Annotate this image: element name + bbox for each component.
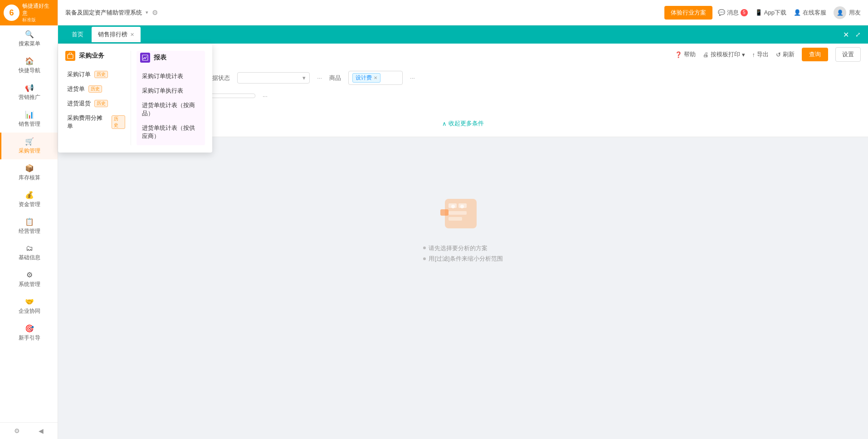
status-input[interactable]: ▾ xyxy=(237,72,310,84)
dropdown-item-incoming-stat-supplier[interactable]: 进货单统计表（按供应商） xyxy=(140,121,202,143)
dropdown-item-incoming-stat-goods[interactable]: 进货单统计表（按商品） xyxy=(140,98,202,121)
sidebar-item-sales[interactable]: 📊 销售管理 xyxy=(0,106,58,133)
print-button[interactable]: 🖨 按模板打印 ▾ xyxy=(703,50,745,59)
sidebar-item-purchase[interactable]: 🛒 采购管理 xyxy=(0,133,58,159)
purchase-section-icon xyxy=(65,51,75,61)
purchase-section-header: 采购业务 xyxy=(65,51,127,63)
order-exec-label: 采购订单执行表 xyxy=(142,87,183,95)
sidebar-item-quicknav[interactable]: 🏠 快捷导航 xyxy=(0,52,58,79)
settings-footer-button[interactable]: ⚙ xyxy=(14,427,20,434)
sidebar-item-operation[interactable]: 📋 经营管理 xyxy=(0,213,58,240)
sidebar-item-enterprise[interactable]: 🤝 企业协同 xyxy=(0,293,58,320)
goods-input[interactable]: 设计费 ✕ xyxy=(348,71,403,85)
incoming-label: 进货单 xyxy=(67,85,85,93)
refresh-button[interactable]: ↺ 刷新 xyxy=(776,50,795,59)
export-button[interactable]: ↑ 导出 xyxy=(752,50,769,59)
dropdown-col-divider xyxy=(131,51,131,145)
sidebar-item-label: 新手引导 xyxy=(19,334,40,342)
logo: 6 畅捷通好生意 标准版 xyxy=(0,0,58,25)
message-badge: 5 xyxy=(741,9,748,16)
service-action[interactable]: 👤 在线客服 xyxy=(794,9,826,17)
empty-illustration xyxy=(436,192,490,237)
tabbar-close-button[interactable]: ✕ xyxy=(843,30,849,39)
dropdown-item-order-exec[interactable]: 采购订单执行表 xyxy=(140,84,202,98)
dropdown-item-expense[interactable]: 采购费用分摊单 历史 xyxy=(65,111,127,133)
dropdown-item-return[interactable]: 进货退货 历史 xyxy=(65,96,127,111)
empty-text: 请先选择要分析的方案 用[过滤]条件来缩小分析范围 xyxy=(423,243,502,264)
sidebar-footer: ⚙ ◀ xyxy=(0,422,58,439)
settings-button[interactable]: 设置 xyxy=(835,47,861,62)
order-stat-label: 采购订单统计表 xyxy=(142,72,183,80)
sidebar-item-system[interactable]: ⚙ 系统管理 xyxy=(0,266,58,293)
tab-close-icon[interactable]: ✕ xyxy=(130,32,134,38)
query-button[interactable]: 查询 xyxy=(802,48,828,61)
purchase-dropdown-menu: 采购业务 采购订单 历史 进货单 历史 进货退货 历史 采购费用分摊单 历史 xyxy=(58,44,212,153)
sidebar-item-label: 基础信息 xyxy=(19,254,40,261)
app-label: App下载 xyxy=(764,9,786,17)
expense-label: 采购费用分摊单 xyxy=(67,114,108,130)
refresh-icon: ↺ xyxy=(776,51,781,58)
sidebar-item-guide[interactable]: 🎯 新手引导 xyxy=(0,320,58,346)
report-section-header: 报表 xyxy=(140,53,202,64)
service-label: 在线客服 xyxy=(803,9,826,17)
topbar-title-area: 装备及固定资产辅助管理系统 ▾ ⚙ xyxy=(65,9,659,17)
sidebar-item-label: 系统管理 xyxy=(19,281,40,288)
sidebar-item-basic[interactable]: 🗂 基础信息 xyxy=(0,240,58,266)
dropdown-item-purchase-order[interactable]: 采购订单 历史 xyxy=(65,67,127,82)
status-more-icon[interactable]: ··· xyxy=(317,74,322,81)
topbar-gear-icon[interactable]: ⚙ xyxy=(152,9,158,17)
dropdown-item-incoming[interactable]: 进货单 历史 xyxy=(65,82,127,96)
svg-rect-5 xyxy=(449,217,462,221)
svg-rect-4 xyxy=(449,211,467,215)
svg-rect-1 xyxy=(440,209,449,216)
goods-more-icon[interactable]: ··· xyxy=(410,74,415,81)
enterprise-icon: 🤝 xyxy=(25,297,34,306)
sidebar-item-inventory[interactable]: 📦 库存核算 xyxy=(0,159,58,186)
purchase-icon: 🛒 xyxy=(25,137,34,146)
salesman-more-icon[interactable]: ··· xyxy=(263,93,268,99)
help-button[interactable]: ❓ 帮助 xyxy=(675,50,696,59)
user-action[interactable]: 👤 用友 xyxy=(834,6,861,19)
topbar: 装备及固定资产辅助管理系统 ▾ ⚙ 体验行业方案 💬 消息 5 📱 App下载 … xyxy=(58,0,868,25)
collapse-button[interactable]: ∧ 收起更多条件 xyxy=(442,119,484,128)
tab-sales-rank[interactable]: 销售排行榜 ✕ xyxy=(92,27,141,42)
status-chevron-icon: ▾ xyxy=(302,74,306,81)
tab-home[interactable]: 首页 xyxy=(65,27,90,42)
guide-icon: 🎯 xyxy=(25,324,34,333)
sidebar-item-label: 搜索菜单 xyxy=(19,40,40,48)
dropdown-purchase-col: 采购业务 采购订单 历史 进货单 历史 进货退货 历史 采购费用分摊单 历史 xyxy=(65,51,127,145)
goods-tag-close[interactable]: ✕ xyxy=(374,75,377,80)
app-action[interactable]: 📱 App下载 xyxy=(755,9,786,17)
message-action[interactable]: 💬 消息 5 xyxy=(718,9,748,17)
collapse-arrow-icon: ∧ xyxy=(442,120,447,127)
sidebar-item-label: 销售管理 xyxy=(19,120,40,128)
industry-button[interactable]: 体验行业方案 xyxy=(664,6,712,20)
basic-icon: 🗂 xyxy=(26,244,33,252)
logo-sub: 标准版 xyxy=(22,17,54,23)
tab-home-label: 首页 xyxy=(72,30,83,39)
phone-icon: 📱 xyxy=(755,9,762,16)
goods-tag: 设计费 ✕ xyxy=(352,73,380,83)
tabbar-expand-button[interactable]: ⤢ xyxy=(855,31,861,38)
topbar-actions: 💬 消息 5 📱 App下载 👤 在线客服 👤 用友 xyxy=(718,6,861,19)
help-icon: ❓ xyxy=(675,51,682,58)
sidebar-item-finance[interactable]: 💰 资金管理 xyxy=(0,186,58,213)
sidebar-item-search[interactable]: 🔍 搜索菜单 xyxy=(0,25,58,52)
user-label: 用友 xyxy=(849,9,861,17)
operation-icon: 📋 xyxy=(25,217,34,226)
export-icon: ↑ xyxy=(752,51,756,58)
expense-history-badge: 历史 xyxy=(112,115,125,129)
dropdown-columns: 采购业务 采购订单 历史 进货单 历史 进货退货 历史 采购费用分摊单 历史 xyxy=(65,51,205,145)
topbar-chevron-icon[interactable]: ▾ xyxy=(146,10,148,15)
svg-rect-8 xyxy=(68,54,73,59)
message-icon: 💬 xyxy=(718,9,725,16)
collapse-sidebar-button[interactable]: ◀ xyxy=(39,427,44,434)
empty-state: 请先选择要分析的方案 用[过滤]条件来缩小分析范围 xyxy=(58,137,868,319)
empty-dot-2 xyxy=(423,257,426,260)
dropdown-item-order-stat[interactable]: 采购订单统计表 xyxy=(140,69,202,84)
report-section-icon xyxy=(140,53,150,63)
search-icon: 🔍 xyxy=(25,30,34,39)
home-icon: 🏠 xyxy=(25,57,34,65)
empty-hint-1: 请先选择要分析的方案 xyxy=(429,243,488,253)
sidebar-item-marketing[interactable]: 📢 营销推广 xyxy=(0,79,58,106)
